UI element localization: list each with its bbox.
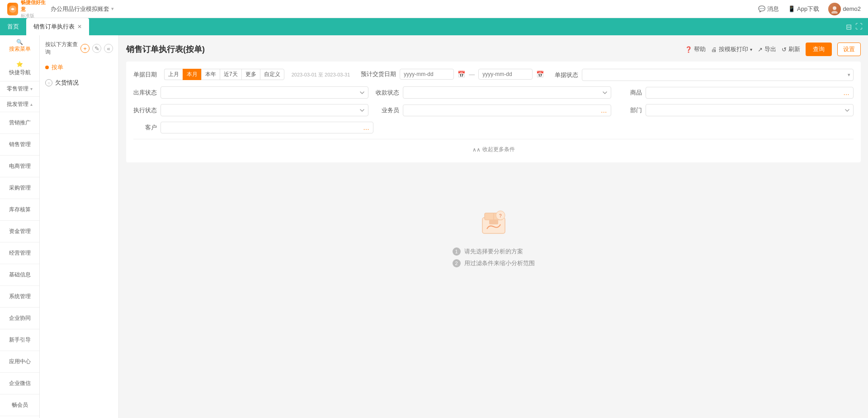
scheme-circle-icon: ○ (45, 79, 52, 86)
tab-sales-exec[interactable]: 销售订单执行表 ✕ (26, 18, 89, 35)
exec-status-group: 执行状态 (133, 104, 368, 116)
customer-dots-icon[interactable]: … (363, 124, 369, 131)
logo-text: 畅捷信好生意 标准版 (21, 0, 47, 19)
add-scheme-button[interactable]: + (80, 44, 90, 53)
sidebar-item-wholesale[interactable]: 批发管理 ▴ (0, 97, 39, 112)
doc-status-select[interactable] (582, 69, 845, 81)
svg-text:?: ? (499, 214, 502, 218)
collect-status-group: 收款状态 (376, 86, 611, 99)
left-panel-header: 按以下方案查询 + ✎ « (40, 41, 118, 60)
logo-area: 畅捷信好生意 标准版 (7, 0, 47, 19)
sidebar-item-wechat[interactable]: 企业微信 (0, 373, 39, 394)
sales-rep-label: 业务员 (376, 106, 399, 114)
product-dots-icon[interactable]: … (843, 89, 849, 96)
sidebar-item-member[interactable]: 畅会员 (0, 394, 39, 416)
sidebar-item-sales[interactable]: 销售管理 (0, 134, 39, 156)
help-button[interactable]: ❓ 帮助 (685, 45, 706, 53)
sidebar-item-inventory[interactable]: 库存核算 (0, 199, 39, 221)
message-button[interactable]: 💬 消息 (758, 5, 779, 13)
breadcrumb-chevron-icon: ▾ (111, 6, 114, 12)
customer-input[interactable] (165, 124, 363, 131)
sidebar-item-retail[interactable]: 零售管理 ▾ (0, 81, 39, 97)
left-panel-icons: + ✎ « (80, 44, 113, 53)
sidebar-search[interactable]: 🔍 搜索菜单 (0, 35, 39, 57)
user-menu-button[interactable]: demo2 (828, 3, 861, 15)
product-input-wrap: … (646, 87, 854, 99)
sidebar-item-newbie[interactable]: 新手引导 (0, 329, 39, 351)
forecast-label: 预计交货日期 (361, 70, 396, 78)
sales-rep-dots-icon[interactable]: … (601, 107, 607, 114)
forecast-end-cal-icon[interactable]: 📅 (536, 71, 544, 78)
export-button[interactable]: ↗ 导出 (758, 45, 776, 53)
tab-fullscreen-icon[interactable]: ⛶ (855, 23, 863, 31)
date-btn-more[interactable]: 更多 (241, 69, 260, 80)
collapse-button[interactable]: ∧∧ 收起更多条件 (133, 144, 854, 155)
sidebar-item-purchase[interactable]: 采购管理 (0, 177, 39, 199)
dept-select[interactable] (646, 104, 854, 116)
sidebar-item-appstore[interactable]: 应用中心 (0, 351, 39, 373)
forecast-start-cal-icon[interactable]: 📅 (458, 71, 465, 78)
settings-button[interactable]: 设置 (837, 43, 861, 56)
refresh-button[interactable]: ↺ 刷新 (782, 45, 800, 53)
empty-illustration: ? (476, 204, 512, 240)
customer-group: 客户 … (133, 122, 373, 133)
date-btn-this-month[interactable]: 本月 (183, 69, 201, 80)
dept-label: 部门 (618, 106, 642, 114)
tab-home[interactable]: 首页 (0, 18, 26, 35)
sidebar-item-operation[interactable]: 经营管理 (0, 242, 39, 264)
top-header: 畅捷信好生意 标准版 办公用品行业模拟账套 ▾ 💬 消息 📱 App下载 dem… (0, 0, 868, 18)
doc-status-label: 单据状态 (555, 71, 578, 79)
date-btn-7days[interactable]: 近7天 (220, 69, 241, 80)
forecast-date-group: 预计交货日期 📅 — 📅 (361, 69, 544, 80)
date-btn-this-year[interactable]: 本年 (201, 69, 220, 80)
date-btn-last-month[interactable]: 上月 (164, 69, 183, 80)
svg-point-1 (833, 6, 836, 10)
header-breadcrumb[interactable]: 办公用品行业模拟账套 ▾ (47, 5, 758, 13)
filter-row-3: 执行状态 业务员 … 部门 (133, 104, 854, 116)
sales-rep-input[interactable] (407, 107, 600, 114)
exec-status-input-wrap (160, 104, 368, 116)
print-button[interactable]: 🖨 按模板打印 ▾ (711, 45, 752, 53)
breadcrumb-text: 办公用品行业模拟账套 (51, 5, 109, 13)
scheme-item-欠货情况[interactable]: ○ 欠货情况 (40, 75, 118, 90)
export-icon: ↗ (758, 46, 763, 53)
edit-icon: ✎ (94, 45, 99, 52)
sidebar-item-shortcut[interactable]: ⭐ 快捷导航 (0, 57, 39, 81)
tab-minimize-icon[interactable]: ⊟ (846, 23, 852, 31)
sidebar-item-system[interactable]: 系统管理 (0, 286, 39, 308)
sidebar-item-basic[interactable]: 基础信息 (0, 264, 39, 286)
message-icon: 💬 (758, 5, 765, 12)
customer-label: 客户 (133, 124, 157, 132)
forecast-start-input[interactable] (400, 69, 454, 80)
exec-status-select[interactable] (160, 104, 368, 116)
page-header: 销售订单执行表(按单) ❓ 帮助 🖨 按模板打印 ▾ ↗ 导出 ↺ 刷新 (126, 43, 861, 56)
svg-rect-6 (489, 220, 498, 224)
product-input[interactable] (650, 89, 843, 96)
collect-status-select[interactable] (403, 86, 611, 99)
edit-scheme-button[interactable]: ✎ (92, 44, 101, 53)
collect-status-input-wrap (403, 86, 611, 99)
sidebar-item-ecommerce[interactable]: 电商管理 (0, 156, 39, 177)
sidebar-item-marketing[interactable]: 营销推广 (0, 112, 39, 134)
date-btn-custom[interactable]: 自定义 (260, 69, 284, 80)
step-2-num: 2 (453, 259, 461, 267)
date-buttons: 上月 本月 本年 近7天 更多 自定义 (164, 69, 284, 80)
stock-status-group: 出库状态 (133, 86, 368, 99)
sidebar-item-finance[interactable]: 资金管理 (0, 221, 39, 242)
forecast-end-input[interactable] (478, 69, 533, 80)
collect-status-label: 收款状态 (376, 89, 399, 97)
date-label: 单据日期 (133, 71, 157, 79)
collapse-panel-button[interactable]: « (104, 44, 113, 53)
tab-close-icon[interactable]: ✕ (77, 24, 82, 30)
date-separator: — (469, 71, 475, 78)
stock-status-select[interactable] (160, 86, 368, 99)
scheme-item-按单[interactable]: 按单 (40, 60, 118, 75)
sidebar-item-enterprise[interactable]: 企业协同 (0, 308, 39, 329)
doc-status-group: 单据状态 ▾ (555, 69, 854, 81)
filter-card: 单据日期 上月 本月 本年 近7天 更多 自定义 2023-03-01 至 20… (126, 62, 861, 162)
page-title: 销售订单执行表(按单) (126, 44, 205, 55)
doc-status-select-wrap: ▾ (582, 69, 854, 81)
collapse-icon: ∧∧ (472, 147, 481, 153)
search-button[interactable]: 查询 (806, 43, 832, 56)
app-download-button[interactable]: 📱 App下载 (788, 5, 819, 13)
